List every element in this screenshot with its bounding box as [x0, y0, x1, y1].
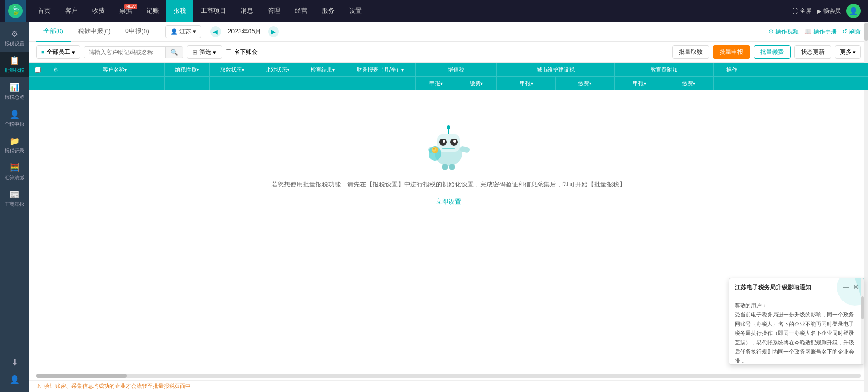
- logo-icon: 🍃: [8, 4, 23, 18]
- svg-rect-15: [442, 164, 448, 170]
- top-navigation: 🍃 首页 客户 收费 票据 NEW 记账 报税 工商项目 消息 管理 经营 服务…: [0, 0, 868, 22]
- personal-tax-icon: 👤: [9, 110, 19, 120]
- vat-pay-filter-icon[interactable]: ▾: [481, 81, 483, 86]
- sidebar-item-tax-record[interactable]: 📁 报税记录: [0, 133, 29, 158]
- th-vat-group: 增值税: [415, 63, 497, 76]
- status-update-button[interactable]: 状态更新: [794, 45, 831, 59]
- nav-bookkeeping[interactable]: 记账: [139, 0, 166, 22]
- bulk-fetch-button[interactable]: 批量取数: [672, 45, 709, 59]
- settings-icon: ⚙: [53, 67, 58, 73]
- video-icon: ⊙: [769, 28, 774, 35]
- th2-check: [300, 77, 345, 90]
- city-declare-filter-icon[interactable]: ▾: [531, 81, 533, 86]
- sidebar-item-profile[interactable]: 👤: [0, 371, 29, 388]
- nav-operation[interactable]: 经营: [288, 0, 315, 22]
- tax-nature-filter-icon[interactable]: ▾: [197, 67, 199, 72]
- fullscreen-button[interactable]: ⛶ 全屏: [792, 7, 811, 15]
- th2-vat-declare: 申报 ▾: [415, 77, 456, 90]
- tab-all[interactable]: 全部(0): [36, 22, 71, 42]
- prev-month-button[interactable]: ◀: [210, 26, 221, 37]
- th-check-result: 检查结果 ▾: [300, 63, 345, 76]
- book-icon: 📖: [804, 28, 811, 35]
- nav-management[interactable]: 管理: [260, 0, 288, 22]
- notif-scroll-thumb: [861, 296, 864, 319]
- sidebar-item-tax-settings[interactable]: ⚙ 报税设置: [0, 25, 29, 50]
- sidebar-item-annual-settlement[interactable]: 🧮 汇算清缴: [0, 159, 29, 184]
- nav-customer[interactable]: 客户: [58, 0, 85, 22]
- filter-button[interactable]: ⊞ 筛选 ▾: [187, 45, 222, 59]
- check-filter-icon[interactable]: ▾: [332, 67, 335, 72]
- more-button[interactable]: 更多 ▾: [835, 45, 861, 59]
- th2-vat-pay: 缴费 ▾: [456, 77, 497, 90]
- sidebar-item-tax-overview[interactable]: 📊 报税总览: [0, 79, 29, 104]
- notif-minus-icon[interactable]: —: [843, 284, 849, 291]
- fetch-status-filter-icon[interactable]: ▾: [242, 67, 244, 72]
- setup-link[interactable]: 立即设置: [436, 198, 461, 206]
- edu-declare-filter-icon[interactable]: ▾: [644, 81, 646, 86]
- month-nav: ◀ 2023年05月 ▶: [210, 26, 279, 37]
- warning-icon: ⚠: [36, 383, 42, 390]
- tax-record-icon: 📁: [9, 136, 19, 146]
- notif-title: 江苏电子税务局升级影响通知: [735, 283, 811, 292]
- city-pay-filter-icon[interactable]: ▾: [589, 81, 591, 86]
- bulk-declare-button[interactable]: 批量申报: [713, 45, 750, 59]
- select-all-checkbox[interactable]: [35, 67, 41, 73]
- search-button[interactable]: 🔍: [165, 47, 183, 58]
- refresh-button[interactable]: ↺ 刷新: [842, 28, 861, 36]
- account-checkbox-label[interactable]: 名下账套: [226, 48, 258, 56]
- svg-rect-16: [449, 164, 455, 170]
- nav-tax[interactable]: 报税: [166, 0, 193, 22]
- nav-settings[interactable]: 设置: [342, 0, 369, 22]
- nav-billing[interactable]: 收费: [85, 0, 112, 22]
- robot-illustration: ¥: [421, 117, 476, 172]
- customer-filter-icon[interactable]: ▾: [124, 67, 127, 72]
- notif-scrollbar[interactable]: [861, 278, 864, 364]
- th2-financial: [345, 77, 415, 90]
- tabs-right-actions: ⊙ 操作视频 📖 操作手册 ↺ 刷新: [769, 28, 861, 36]
- tab-tax-declaration[interactable]: 税款申报(0): [71, 22, 118, 42]
- compare-filter-icon[interactable]: ▾: [287, 67, 289, 72]
- edu-pay-filter-icon[interactable]: ▾: [693, 81, 695, 86]
- svg-text:¥: ¥: [433, 148, 435, 151]
- sidebar-item-personal-tax[interactable]: 👤 个税申报: [0, 106, 29, 131]
- financial-filter-icon[interactable]: ▾: [401, 67, 404, 72]
- employee-select[interactable]: ≡ 全部员工 ▾: [36, 45, 80, 59]
- avatar[interactable]: 👤: [846, 4, 861, 18]
- bottom-hint-text: 验证账密、采集信息均成功的企业才会流转至批量报税页面中: [44, 382, 191, 390]
- nav-invoice[interactable]: 票据 NEW: [112, 0, 139, 22]
- sidebar-item-bulk-tax[interactable]: 📋 批量报税: [0, 52, 29, 77]
- tab-zero-declaration[interactable]: 0申报(0): [118, 22, 156, 42]
- hint-bar: ⚠ 验证账密、采集信息均成功的企业才会流转至批量报税页面中: [29, 380, 868, 392]
- bulk-pay-button[interactable]: 批量缴费: [754, 45, 791, 59]
- notif-close-button[interactable]: ✕: [853, 283, 859, 292]
- sidebar-bottom: ⬇ 👤: [0, 354, 29, 392]
- table-header: ⚙ 客户名称 ▾ 纳税性质 ▾ 取数状态 ▾ 比对状态: [29, 63, 868, 90]
- province-selector[interactable]: 👤 江苏 ▾: [165, 25, 201, 38]
- bulk-tax-icon: 📋: [9, 56, 19, 66]
- more-chevron-icon: ▾: [853, 49, 856, 56]
- th2-settings: [47, 77, 65, 90]
- horizontal-scrollbar[interactable]: [36, 374, 861, 378]
- vip-button[interactable]: ▶ 畅会员: [817, 7, 841, 15]
- search-input[interactable]: [84, 47, 165, 58]
- sidebar-item-annual-report[interactable]: 📰 工商年报: [0, 186, 29, 211]
- nav-message[interactable]: 消息: [233, 0, 260, 22]
- sidebar: ⚙ 报税设置 📋 批量报税 📊 报税总览 👤 个税申报 📁 报税记录 🧮 汇算清…: [0, 22, 29, 392]
- nav-home[interactable]: 首页: [31, 0, 58, 22]
- sidebar-item-download[interactable]: ⬇: [0, 354, 29, 371]
- vat-declare-filter-icon[interactable]: ▾: [440, 81, 443, 86]
- th2-city-pay: 缴费 ▾: [556, 77, 614, 90]
- search-input-wrap: 🔍: [84, 46, 183, 58]
- nav-business[interactable]: 工商项目: [193, 0, 233, 22]
- chevron-down-icon: ▾: [193, 28, 196, 35]
- operation-video-button[interactable]: ⊙ 操作视频: [769, 28, 799, 36]
- th2-checkbox: [29, 77, 47, 90]
- tabs-row: 全部(0) 税款申报(0) 0申报(0) 👤 江苏 ▾ ◀ 2023年05月 ▶: [29, 22, 868, 42]
- account-checkbox[interactable]: [226, 49, 231, 55]
- next-month-button[interactable]: ▶: [268, 26, 279, 37]
- nav-service[interactable]: 服务: [315, 0, 342, 22]
- empty-state: ¥ 若您想使用批量报税功能，请先在【报税设置】中进行报税的初始化设置，完成密码验…: [29, 90, 868, 233]
- th-edu-tax-group: 教育费附加: [614, 63, 714, 76]
- th2-compare: [255, 77, 300, 90]
- operation-manual-button[interactable]: 📖 操作手册: [804, 28, 837, 36]
